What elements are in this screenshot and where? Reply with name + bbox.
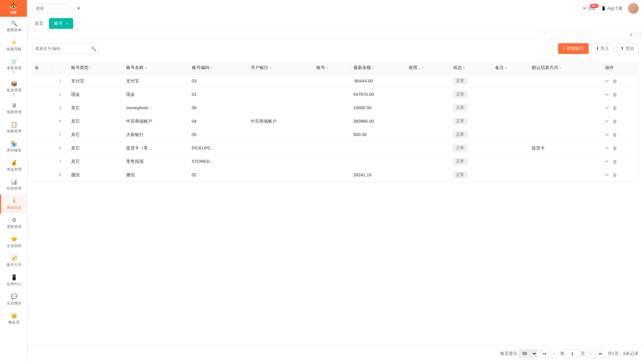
cell-type: 其它 bbox=[68, 101, 123, 115]
edit-button[interactable]: ✏ bbox=[605, 145, 609, 151]
page-close-btn[interactable]: ✕ bbox=[629, 32, 633, 38]
delete-button[interactable]: 🗑 bbox=[612, 105, 617, 111]
page-size-select[interactable]: 50 100 200 bbox=[519, 349, 537, 358]
sidebar-item-appCenter[interactable]: 📱 应用中心 bbox=[0, 271, 27, 290]
user-avatar[interactable] bbox=[628, 3, 639, 14]
table-row: 3其它moneybosx0610000.00正常 ✏ 🗑 bbox=[32, 101, 639, 115]
action-cell: ✏ 🗑 bbox=[605, 159, 636, 164]
cell-code: 03 bbox=[189, 74, 248, 88]
page-first-btn[interactable]: ⏮ bbox=[540, 349, 549, 358]
import-button[interactable]: ⬇ 导入 bbox=[591, 43, 614, 54]
col-header-account[interactable]: 账号⇅ bbox=[314, 61, 351, 74]
sidebar-item-shortcut[interactable]: ⚡ 快捷导航 bbox=[0, 36, 27, 55]
sidebar-item-corp[interactable]: 🤝 企业协同 bbox=[0, 233, 27, 252]
table-search-input[interactable] bbox=[35, 46, 91, 51]
sidebar-item-finance[interactable]: 💰 资金管理 bbox=[0, 156, 27, 175]
sidebar-item-inventory[interactable]: 🏪 库存核算 bbox=[0, 137, 27, 156]
message-button[interactable]: ✉ 消息 99+ bbox=[583, 6, 596, 11]
edit-button[interactable]: ✏ bbox=[605, 78, 609, 84]
delete-button[interactable]: 🗑 bbox=[612, 119, 617, 124]
sidebar-icon-shortcut: ⚡ bbox=[11, 39, 17, 46]
sidebar-item-basic[interactable]: ℹ 基础信息 bbox=[0, 194, 27, 214]
sidebar-icon-corp: 🤝 bbox=[11, 236, 17, 242]
page-last-btn[interactable]: ⏭ bbox=[596, 349, 605, 358]
delete-button[interactable]: 🗑 bbox=[612, 159, 617, 164]
sidebar-item-search[interactable]: 🔍 搜索菜单 bbox=[0, 17, 27, 36]
app-download-button[interactable]: 📱 App下载 bbox=[601, 6, 623, 11]
sidebar-arrow-icon: ▼ bbox=[13, 93, 15, 96]
sidebar-item-purchase[interactable]: 📋 采购管理 bbox=[0, 118, 27, 137]
cell-balance bbox=[351, 141, 406, 155]
page-next-btn[interactable]: › bbox=[586, 349, 595, 358]
sidebar-label-system: 系统管理 bbox=[7, 224, 21, 229]
delete-button[interactable]: 🗑 bbox=[612, 172, 617, 178]
tab-close-account[interactable]: × bbox=[66, 21, 68, 25]
cell-action: ✏ 🗑 bbox=[602, 74, 639, 88]
sidebar-item-wholesale[interactable]: 📦 批发管理 ▼ bbox=[0, 77, 27, 99]
cell-status: 正常 bbox=[450, 141, 492, 155]
cell-status: 正常 bbox=[450, 155, 492, 168]
cell-balance: 500.00 bbox=[351, 128, 406, 141]
tab-account[interactable]: 账号× bbox=[49, 18, 73, 29]
col-header-code[interactable]: 账号编码⇅ bbox=[189, 61, 248, 74]
action-cell: ✏ 🗑 bbox=[605, 78, 636, 84]
delete-button[interactable]: 🗑 bbox=[612, 145, 617, 151]
delete-button[interactable]: 🗑 bbox=[612, 78, 617, 84]
topbar-dropdown-icon[interactable]: ▼ bbox=[76, 6, 80, 11]
cell-num: 4 bbox=[52, 115, 68, 128]
topbar-right: ✉ 消息 99+ 📱 App下载 bbox=[583, 3, 639, 14]
col-header-usage[interactable]: 使用...⇅ bbox=[406, 61, 450, 74]
delete-button[interactable]: 🗑 bbox=[612, 132, 617, 137]
sidebar-item-system[interactable]: ⚙ 系统管理 bbox=[0, 214, 27, 233]
delete-button[interactable]: 🗑 bbox=[612, 92, 617, 97]
action-cell: ✏ 🗑 bbox=[605, 92, 636, 97]
col-header-settlement[interactable]: 默认结算方式⇅ bbox=[529, 61, 602, 74]
sidebar-item-corpWechat[interactable]: 💬 企业微信 bbox=[0, 290, 27, 309]
cell-gear bbox=[32, 74, 52, 88]
sidebar-item-vip[interactable]: 👑 畅会员 bbox=[0, 309, 27, 328]
tab-bar: 首页账号× bbox=[27, 17, 644, 30]
col-header-bank[interactable]: 开户银行⇅ bbox=[248, 61, 314, 74]
cell-num: 3 bbox=[52, 101, 68, 115]
cell-action: ✏ 🗑 bbox=[602, 88, 639, 101]
cell-num: 1 bbox=[52, 74, 68, 88]
tab-home[interactable]: 首页 bbox=[30, 18, 48, 29]
col-header-balance[interactable]: 最新余额⇅ bbox=[351, 61, 406, 74]
edit-button[interactable]: ✏ bbox=[605, 159, 609, 164]
sidebar-label-corpWechat: 企业微信 bbox=[7, 301, 21, 306]
sidebar-item-ecommerce[interactable]: 🖥 电商管理 bbox=[0, 99, 27, 118]
page-expand-btn[interactable]: ⛶ bbox=[636, 32, 641, 38]
table-search-box[interactable]: 🔍 bbox=[32, 43, 99, 54]
edit-button[interactable]: ✏ bbox=[605, 105, 609, 111]
page-number-input[interactable] bbox=[566, 349, 579, 358]
cell-num: 5 bbox=[52, 128, 68, 141]
edit-button[interactable]: ✏ bbox=[605, 172, 609, 178]
page-prev-btn[interactable]: ‹ bbox=[550, 349, 559, 358]
col-header-type[interactable]: 账号类型⇅ bbox=[68, 61, 123, 74]
cell-account bbox=[314, 74, 351, 88]
edit-button[interactable]: ✏ bbox=[605, 92, 609, 97]
gear-icon[interactable]: ⚙ bbox=[35, 65, 39, 70]
col-header-status[interactable]: 状态⇅ bbox=[450, 61, 492, 74]
topbar: ▼ ✉ 消息 99+ 📱 App下载 bbox=[27, 0, 644, 17]
cell-balance: 547670.00 bbox=[351, 88, 406, 101]
sidebar-item-guide[interactable]: 🧭 新手引导 bbox=[0, 252, 27, 271]
edit-button[interactable]: ✏ bbox=[605, 132, 609, 137]
export-button[interactable]: ⬆ 导出 bbox=[616, 43, 639, 54]
sidebar-icon-ecommerce: 🖥 bbox=[11, 103, 17, 109]
sidebar-label-operations: 经营管理 bbox=[7, 186, 21, 191]
app-download-label: App下载 bbox=[607, 6, 623, 11]
sidebar-item-operations[interactable]: 📊 经营管理 bbox=[0, 175, 27, 194]
edit-button[interactable]: ✏ bbox=[605, 119, 609, 124]
action-cell: ✏ 🗑 bbox=[605, 145, 636, 151]
cell-bank bbox=[248, 88, 314, 101]
cell-usage bbox=[406, 168, 450, 182]
topbar-search-input[interactable] bbox=[32, 4, 72, 13]
sort-icon-bank: ⇅ bbox=[269, 66, 272, 69]
col-header-name[interactable]: 账号名称⇅ bbox=[123, 61, 189, 74]
add-account-button[interactable]: + 新增账号 bbox=[558, 43, 589, 54]
cell-action: ✏ 🗑 bbox=[602, 155, 639, 168]
sidebar-label-corp: 企业协同 bbox=[7, 243, 21, 248]
sidebar-item-retail[interactable]: 🛒 零售管理 ▼ bbox=[0, 55, 27, 77]
col-header-notes[interactable]: 备注⇅ bbox=[492, 61, 529, 74]
